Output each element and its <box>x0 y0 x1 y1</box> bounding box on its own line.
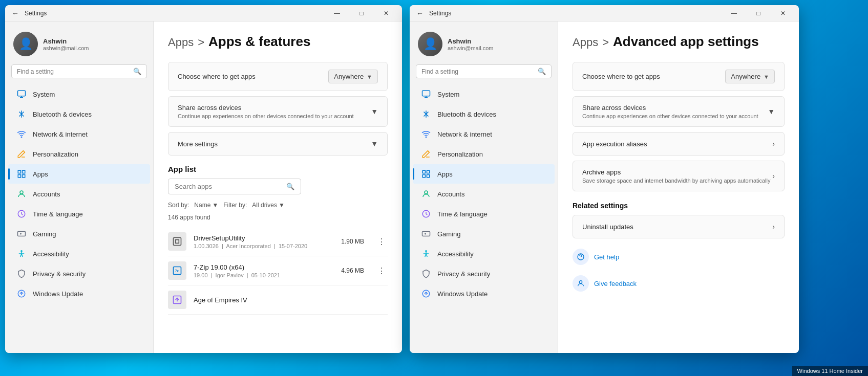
left-nav-accessibility[interactable]: Accessibility <box>8 244 150 263</box>
svg-text:7z: 7z <box>175 269 179 273</box>
right-give-feedback-row[interactable]: Give feedback <box>573 270 785 297</box>
svg-point-1 <box>21 137 22 138</box>
right-uninstall-chevron: › <box>772 223 775 231</box>
right-nav-accessibility[interactable]: Accessibility <box>413 244 555 263</box>
right-nav-accounts-label: Accounts <box>437 190 464 198</box>
right-close-button[interactable]: ✕ <box>771 5 795 21</box>
right-nav-system[interactable]: System <box>413 84 555 104</box>
right-archive-apps-row[interactable]: Archive apps Save storage space and inte… <box>573 161 785 191</box>
right-nav-apps[interactable]: Apps <box>413 164 555 184</box>
svg-rect-3 <box>23 170 25 173</box>
right-minimize-button[interactable]: — <box>722 5 746 21</box>
right-nav-privacy[interactable]: Privacy & security <box>413 264 555 283</box>
right-share-expand-icon[interactable]: ▼ <box>768 107 775 116</box>
left-nav-bluetooth[interactable]: Bluetooth & devices <box>8 104 150 124</box>
left-nav-time[interactable]: Time & language <box>8 204 150 224</box>
right-nav-apps-icon <box>421 169 431 179</box>
left-close-button[interactable]: ✕ <box>374 5 398 21</box>
left-dropdown-chevron: ▼ <box>367 74 372 80</box>
left-share-expand-icon[interactable]: ▼ <box>371 107 378 116</box>
svg-rect-19 <box>427 170 430 173</box>
left-back-button[interactable]: ← <box>9 7 22 19</box>
right-search-box[interactable]: 🔍 <box>416 64 552 78</box>
svg-point-9 <box>21 251 22 252</box>
left-nav-gaming[interactable]: Gaming <box>8 224 150 244</box>
left-nav-apps[interactable]: Apps <box>8 164 150 184</box>
right-user-area: 👤 Ashwin ashwin@mail.com <box>410 28 558 64</box>
svg-rect-16 <box>422 91 430 96</box>
left-search-box[interactable]: 🔍 <box>11 64 147 78</box>
app-name-driver: DriverSetupUtility <box>194 234 334 242</box>
app-more-7zip[interactable]: ⋮ <box>375 264 388 278</box>
left-share-devices-label: Share across devices <box>178 104 354 112</box>
right-window-body: 👤 Ashwin ashwin@mail.com 🔍 System <box>410 21 799 353</box>
right-nav-personalization-icon <box>421 149 431 159</box>
left-nav-network[interactable]: Network & internet <box>8 124 150 144</box>
left-nav-accounts[interactable]: Accounts <box>8 184 150 204</box>
left-sort-dropdown[interactable]: Name ▼ <box>194 202 218 209</box>
right-nav-bluetooth[interactable]: Bluetooth & devices <box>413 104 555 124</box>
right-back-button[interactable]: ← <box>414 7 426 19</box>
app-more-driver[interactable]: ⋮ <box>375 235 388 249</box>
left-app-search-input[interactable] <box>175 183 282 190</box>
left-window-title: Settings <box>25 10 325 17</box>
right-app-execution-label: App execution aliases <box>582 140 772 148</box>
svg-point-17 <box>426 137 427 138</box>
right-choose-apps-dropdown[interactable]: Anywhere ▼ <box>725 70 775 83</box>
left-choose-apps-dropdown[interactable]: Anywhere ▼ <box>328 70 378 83</box>
left-window: ← Settings — □ ✕ 👤 Ashwin ashwin@mail.co… <box>5 5 402 353</box>
left-more-settings-label: More settings <box>178 140 218 148</box>
right-share-devices-label: Share across devices <box>582 104 758 112</box>
app-name-aoe: Age of Empires IV <box>194 296 388 304</box>
right-uninstall-updates-label: Uninstall updates <box>582 223 772 231</box>
right-uninstall-updates-content: Uninstall updates <box>582 223 772 231</box>
left-more-settings-header: More settings ▼ <box>178 140 378 148</box>
left-sidebar: 👤 Ashwin ashwin@mail.com 🔍 System <box>5 21 154 353</box>
left-breadcrumb-parent[interactable]: Apps <box>168 36 194 49</box>
app-entry-aoe: Age of Empires IV <box>168 285 388 315</box>
left-nav-update[interactable]: Windows Update <box>8 284 150 303</box>
right-app-execution-row[interactable]: App execution aliases › <box>573 132 785 156</box>
svg-point-22 <box>425 191 428 194</box>
left-app-search-box[interactable]: 🔍 <box>168 179 301 194</box>
right-get-help-row[interactable]: Get help <box>573 244 785 270</box>
left-nav-privacy[interactable]: Privacy & security <box>8 264 150 283</box>
right-choose-apps-header: Choose where to get apps Anywhere ▼ <box>582 70 775 83</box>
left-more-settings-row: More settings ▼ <box>168 132 388 156</box>
right-nav-gaming[interactable]: Gaming <box>413 224 555 244</box>
app-size-7zip: 4.96 MB <box>341 267 364 274</box>
left-filter-chevron: ▼ <box>279 202 285 209</box>
right-nav-network-label: Network & internet <box>437 130 492 138</box>
app-meta-driver: 1.00.3026 | Acer Incorporated | 15-07-20… <box>194 243 334 249</box>
left-minimize-button[interactable]: — <box>325 5 349 21</box>
right-maximize-button[interactable]: □ <box>747 5 770 21</box>
app-info-7zip: 7-Zip 19.00 (x64) 19.00 | Igor Pavlov | … <box>194 263 334 278</box>
left-maximize-button[interactable]: □ <box>350 5 373 21</box>
left-more-settings-expand-icon[interactable]: ▼ <box>371 140 378 148</box>
right-nav-update[interactable]: Windows Update <box>413 284 555 303</box>
left-nav-network-label: Network & internet <box>33 130 88 138</box>
svg-rect-5 <box>23 175 25 178</box>
right-get-help-icon <box>573 249 589 265</box>
right-titlebar: ← Settings — □ ✕ <box>410 5 799 21</box>
right-search-input[interactable] <box>421 68 535 75</box>
right-nav-time[interactable]: Time & language <box>413 204 555 224</box>
right-give-feedback-label: Give feedback <box>594 280 637 287</box>
left-search-input[interactable] <box>17 68 130 75</box>
right-nav-personalization[interactable]: Personalization <box>413 144 555 164</box>
app-icon-aoe <box>168 291 186 309</box>
right-nav-bluetooth-label: Bluetooth & devices <box>437 110 496 118</box>
left-nav-personalization[interactable]: Personalization <box>8 144 150 164</box>
right-nav-network[interactable]: Network & internet <box>413 124 555 144</box>
right-uninstall-updates-row[interactable]: Uninstall updates › <box>573 215 785 238</box>
right-get-help-label: Get help <box>594 253 619 261</box>
right-breadcrumb-parent[interactable]: Apps <box>573 36 598 49</box>
right-share-devices-row: Share across devices Continue app experi… <box>573 96 785 127</box>
left-nav-system[interactable]: System <box>8 84 150 104</box>
right-nav-accounts[interactable]: Accounts <box>413 184 555 204</box>
left-choose-apps-label: Choose where to get apps <box>178 73 256 80</box>
left-nav-bluetooth-label: Bluetooth & devices <box>33 110 92 118</box>
left-filter-dropdown[interactable]: All drives ▼ <box>252 202 285 209</box>
left-titlebar: ← Settings — □ ✕ <box>5 5 402 21</box>
left-nav-gaming-label: Gaming <box>33 230 56 238</box>
